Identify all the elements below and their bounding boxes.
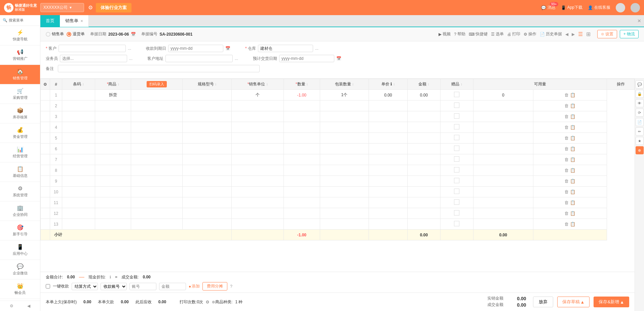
company-selector[interactable]: XXXXXX公司 ▼: [40, 3, 84, 12]
rt-btn-3[interactable]: 👁: [636, 99, 644, 107]
user-avatar-2[interactable]: [631, 3, 640, 12]
delete-row-9[interactable]: 🗑: [564, 179, 569, 184]
sidebar-item-quick-nav[interactable]: ⚡ 快捷导航: [0, 26, 40, 45]
nav-prev-icon[interactable]: ◀: [565, 32, 568, 37]
customer-ellipsis[interactable]: ...: [128, 46, 131, 51]
delete-row-6[interactable]: 🗑: [564, 146, 569, 151]
gift-checkbox-1[interactable]: [454, 92, 459, 97]
remarks-input[interactable]: [58, 65, 260, 72]
tab-sales-order[interactable]: 销售单 ✕: [60, 15, 89, 27]
settings-icon[interactable]: ⚙: [88, 4, 93, 11]
warehouse-ellipsis[interactable]: ...: [315, 46, 318, 51]
amount-input[interactable]: [159, 283, 186, 290]
copy-row-3[interactable]: 📋: [570, 114, 575, 119]
customer-addr-ellipsis[interactable]: ...: [235, 56, 238, 61]
close-all-icon[interactable]: ✕: [637, 18, 641, 24]
gift-checkbox-7[interactable]: [454, 156, 459, 162]
sidebar-item-wechat[interactable]: 💬 企业微信: [0, 260, 40, 279]
sidebar-item-system[interactable]: ⚙ 系统管理: [0, 182, 40, 201]
sidebar-item-app-center[interactable]: 📱 应用中心: [0, 240, 40, 260]
customer-addr-input[interactable]: [165, 55, 233, 62]
account-input[interactable]: [129, 283, 156, 290]
sidebar-collapse-icon[interactable]: ◀: [27, 304, 30, 308]
sidebar-item-basic-info[interactable]: 📋 基础信息: [0, 162, 40, 182]
gift-checkbox-9[interactable]: [454, 178, 459, 183]
delete-row-8[interactable]: 🗑: [564, 168, 569, 173]
sidebar-search[interactable]: 🔍 搜索菜单: [0, 15, 40, 26]
notification-bell[interactable]: 💬 消息 99+: [541, 5, 556, 10]
save-draft-button[interactable]: 保存草稿 ▲: [557, 297, 590, 307]
view-list-icon[interactable]: ☰: [578, 31, 583, 37]
radio-return[interactable]: 退货单: [67, 31, 85, 37]
col-scan-btn[interactable]: 扫码录入: [131, 79, 183, 90]
copy-row-10[interactable]: 📋: [570, 189, 575, 194]
rt-btn-2[interactable]: 🔒: [636, 90, 644, 98]
sidebar-item-inventory[interactable]: 📦 库存核算: [0, 104, 40, 123]
copy-row-13[interactable]: 📋: [570, 222, 575, 227]
online-service-link[interactable]: 👤 在线客服: [588, 5, 610, 10]
copy-row-4[interactable]: 📋: [570, 125, 575, 130]
account-select[interactable]: 收款账号: [101, 283, 127, 290]
copy-row-6[interactable]: 📋: [570, 146, 575, 151]
tab-close-icon[interactable]: ✕: [80, 19, 83, 23]
save-new-button[interactable]: 保存&新增 ▲: [594, 297, 629, 307]
action-operate[interactable]: ⚙ 操作: [524, 31, 536, 37]
salesperson-input[interactable]: [60, 55, 127, 62]
col-gear[interactable]: ⚙: [41, 79, 50, 90]
view-grid-icon[interactable]: ⊞: [586, 31, 591, 37]
rt-btn-8[interactable]: ⊕: [636, 146, 644, 154]
tab-close-all[interactable]: ✕: [637, 18, 644, 24]
radio-sales[interactable]: 销售单: [46, 31, 64, 37]
copy-row-2[interactable]: 📋: [570, 103, 575, 108]
action-select[interactable]: ☰ 选单: [491, 31, 504, 37]
sidebar-settings-icon[interactable]: ⚙: [10, 304, 13, 308]
copy-row-1[interactable]: 📋: [570, 92, 575, 98]
salesperson-ellipsis[interactable]: ...: [129, 56, 132, 61]
gift-checkbox-12[interactable]: [454, 210, 459, 216]
sidebar-item-purchase[interactable]: 🛒 采购管理: [0, 84, 40, 104]
copy-row-11[interactable]: 📋: [570, 200, 575, 205]
sidebar-item-marketing[interactable]: 📢 营销推广: [0, 45, 40, 65]
sidebar-item-finance[interactable]: 💰 资金管理: [0, 123, 40, 143]
sidebar-item-member[interactable]: 👑 畅会员: [0, 279, 40, 299]
rt-btn-4[interactable]: ⟳: [636, 109, 644, 117]
expense-split-btn[interactable]: 费用分摊: [202, 282, 227, 290]
rt-btn-6[interactable]: ✏: [636, 127, 644, 135]
copy-row-12[interactable]: 📋: [570, 211, 575, 216]
expected-date-input[interactable]: [279, 55, 334, 62]
payment-method-select[interactable]: 结算方式: [72, 283, 98, 290]
discard-button[interactable]: 放弃: [533, 297, 553, 307]
delete-row-2[interactable]: 🗑: [564, 103, 569, 108]
gift-checkbox-5[interactable]: [454, 135, 459, 140]
app-download-link[interactable]: 📱 App下载: [561, 5, 582, 10]
delete-row-11[interactable]: 🗑: [564, 200, 569, 205]
expense-help-icon[interactable]: ?: [230, 284, 232, 289]
action-shortcut[interactable]: ⌨ 快捷键: [469, 31, 488, 37]
one-click-checkbox[interactable]: [46, 284, 50, 288]
gift-checkbox-2[interactable]: [454, 103, 459, 108]
customer-input[interactable]: [59, 45, 126, 52]
copy-row-9[interactable]: 📋: [570, 179, 575, 184]
sales-radio-dot[interactable]: [46, 32, 50, 37]
copy-row-5[interactable]: 📋: [570, 135, 575, 141]
action-help[interactable]: ? 帮助: [454, 31, 465, 37]
tab-home[interactable]: 首页: [40, 15, 60, 27]
return-radio-dot[interactable]: [67, 32, 71, 37]
cash-discount-info-icon[interactable]: ℹ: [110, 275, 111, 279]
delete-row-13[interactable]: 🗑: [564, 222, 569, 227]
rt-btn-1[interactable]: 💬: [636, 80, 644, 88]
calendar-expected-icon[interactable]: 📅: [336, 56, 341, 61]
gift-checkbox-11[interactable]: [454, 199, 459, 205]
settings-button[interactable]: ⊙ 设置: [597, 30, 617, 38]
gift-checkbox-3[interactable]: [454, 113, 459, 119]
delete-row-12[interactable]: 🗑: [564, 211, 569, 216]
delete-row-4[interactable]: 🗑: [564, 125, 569, 130]
copy-row-7[interactable]: 📋: [570, 157, 575, 162]
add-payment-btn[interactable]: ● 添加: [189, 283, 200, 289]
rt-btn-5[interactable]: 📄: [636, 118, 644, 126]
nav-next-icon[interactable]: ▶: [572, 32, 575, 37]
action-video[interactable]: ▶ 视频: [439, 31, 451, 37]
sidebar-item-operations[interactable]: 📊 经营管理: [0, 143, 40, 162]
action-print[interactable]: 🖨 打印: [507, 31, 520, 37]
gift-checkbox-13[interactable]: [454, 221, 459, 226]
